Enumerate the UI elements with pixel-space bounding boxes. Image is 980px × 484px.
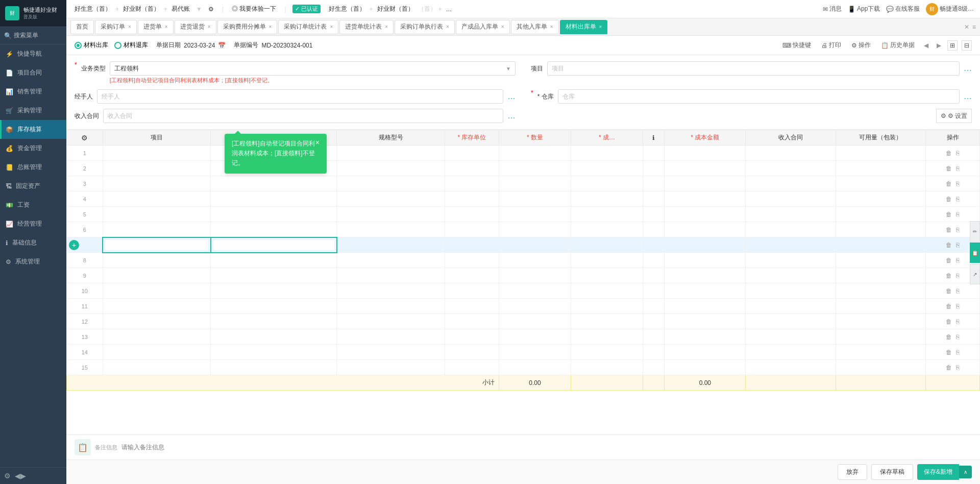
cell-cost-7[interactable] [571, 237, 643, 253]
cell-project-2[interactable] [103, 161, 211, 176]
discard-button[interactable]: 放弃 [838, 464, 867, 480]
sidebar-item-search[interactable]: 🔍 搜索菜单 [0, 27, 66, 44]
sidebar-item-project[interactable]: 📄 项目合同 [0, 63, 66, 82]
cell-contract-8[interactable] [746, 253, 836, 268]
number-value[interactable]: MD-20230324-001 [261, 42, 312, 49]
delete-row-4-btn[interactable]: 🗑 [946, 196, 952, 203]
grid-view-btn[interactable]: ⊞ [947, 40, 958, 51]
cell-contract-4[interactable] [746, 191, 836, 207]
cell-qty-10[interactable] [499, 283, 571, 299]
cell-cost-15[interactable] [571, 360, 643, 375]
cell-unit-14[interactable] [445, 345, 499, 360]
sidebar-item-purchase[interactable]: 🛒 采购管理 [0, 101, 66, 120]
cell-qty-11[interactable] [499, 299, 571, 314]
close-material-outbound[interactable]: × [599, 24, 602, 30]
cell-spec-4[interactable] [337, 191, 445, 207]
cell-unit-6[interactable] [445, 222, 499, 237]
cell-unit-7[interactable] [445, 237, 499, 253]
cell-qty-15[interactable] [499, 360, 571, 375]
close-inbound[interactable]: × [165, 24, 168, 30]
cell-contract-6[interactable] [746, 222, 836, 237]
cell-name-11[interactable] [211, 299, 337, 314]
cell-contract-3[interactable] [746, 176, 836, 191]
tab-purchase-cost[interactable]: 采购费用分摊单× [217, 20, 278, 34]
cell-unit-15[interactable] [445, 360, 499, 375]
toplink-5[interactable]: 好业财（首） [375, 5, 416, 13]
handler-select-btn[interactable]: … [507, 89, 516, 104]
cell-name-12[interactable] [211, 314, 337, 329]
business-type-input[interactable]: 工程领料 ▼ [110, 61, 516, 76]
col-header-gear[interactable]: ⚙ [67, 130, 103, 146]
warehouse-input[interactable]: 仓库 [558, 89, 960, 104]
cell-costamt-2[interactable] [665, 161, 746, 176]
tab-purchase-order[interactable]: 采购订单× [95, 20, 137, 34]
cell-contract-7[interactable] [746, 237, 836, 253]
delete-row-15-btn[interactable]: 🗑 [946, 364, 952, 371]
cell-unit-1[interactable] [445, 146, 499, 161]
cell-unit-2[interactable] [445, 161, 499, 176]
cell-spec-13[interactable] [337, 329, 445, 345]
cell-qty-2[interactable] [499, 161, 571, 176]
delete-row-11-btn[interactable]: 🗑 [946, 303, 952, 310]
mode-return[interactable]: 材料退库 [114, 41, 148, 50]
save-new-arrow-btn[interactable]: ∧ [959, 466, 972, 478]
copy-row-2-btn[interactable]: ⎘ [956, 165, 960, 172]
tab-inbound-return[interactable]: 进货退货× [175, 20, 216, 34]
cell-contract-15[interactable] [746, 360, 836, 375]
cell-costamt-14[interactable] [665, 345, 746, 360]
tooltip-close-btn[interactable]: × [315, 139, 320, 146]
cell-spec-11[interactable] [337, 299, 445, 314]
cell-avail-10[interactable] [836, 283, 925, 299]
cell-qty-3[interactable] [499, 176, 571, 191]
cell-project-10[interactable] [103, 283, 211, 299]
cell-unit-12[interactable] [445, 314, 499, 329]
tab-material-outbound[interactable]: 材料出库单× [560, 20, 608, 34]
cell-avail-2[interactable] [836, 161, 925, 176]
copy-row-10-btn[interactable]: ⎘ [956, 287, 960, 295]
cell-avail-7[interactable] [836, 237, 925, 253]
tab-product-inbound[interactable]: 产成品入库单× [456, 20, 510, 34]
copy-row-13-btn[interactable]: ⎘ [956, 333, 960, 341]
copy-row-5-btn[interactable]: ⎘ [956, 211, 960, 218]
delete-row-12-btn[interactable]: 🗑 [946, 318, 952, 325]
history-btn[interactable]: 📋 历史单据 [878, 40, 918, 51]
income-contract-select-btn[interactable]: … [507, 109, 516, 123]
cell-spec-1[interactable] [337, 146, 445, 161]
toplink-more[interactable]: … [444, 6, 454, 13]
copy-row-9-btn[interactable]: ⎘ [956, 272, 960, 279]
cell-cost-3[interactable] [571, 176, 643, 191]
toplink-4[interactable]: 好生意（首） [327, 5, 368, 13]
cell-project-14[interactable] [103, 345, 211, 360]
cell-cost-12[interactable] [571, 314, 643, 329]
cell-spec-6[interactable] [337, 222, 445, 237]
cell-cost-10[interactable] [571, 283, 643, 299]
sidebar-item-baseinfo[interactable]: ℹ 基础信息 [0, 233, 66, 252]
cell-project-8[interactable] [103, 253, 211, 268]
delete-row-14-btn[interactable]: 🗑 [946, 349, 952, 356]
cell-unit-8[interactable] [445, 253, 499, 268]
cell-qty-1[interactable] [499, 146, 571, 161]
cell-spec-8[interactable] [337, 253, 445, 268]
message-btn[interactable]: ✉ 消息 [823, 5, 842, 13]
cell-project-4[interactable] [103, 191, 211, 207]
cell-qty-13[interactable] [499, 329, 571, 345]
cell-project-11[interactable] [103, 299, 211, 314]
delete-row-9-btn[interactable]: 🗑 [946, 272, 952, 279]
cell-contract-2[interactable] [746, 161, 836, 176]
cell-unit-9[interactable] [445, 268, 499, 283]
cell-contract-10[interactable] [746, 283, 836, 299]
list-view-btn[interactable]: ⊟ [962, 40, 972, 51]
right-tool-3[interactable]: ↗ [970, 264, 980, 284]
sidebar-item-finance[interactable]: 💰 资金管理 [0, 139, 66, 158]
user-btn[interactable]: 财 畅捷通8级… [926, 3, 974, 15]
delete-row-1-btn[interactable]: 🗑 [946, 150, 952, 157]
cell-project-13[interactable] [103, 329, 211, 345]
copy-row-6-btn[interactable]: ⎘ [956, 226, 960, 233]
close-other-inbound[interactable]: × [550, 24, 553, 30]
toplink-gear[interactable]: ⚙ [206, 6, 216, 13]
cell-costamt-1[interactable] [665, 146, 746, 161]
cell-avail-9[interactable] [836, 268, 925, 283]
note-input[interactable] [121, 444, 972, 451]
income-contract-input[interactable]: 收入合同 [103, 109, 503, 123]
cell-costamt-3[interactable] [665, 176, 746, 191]
